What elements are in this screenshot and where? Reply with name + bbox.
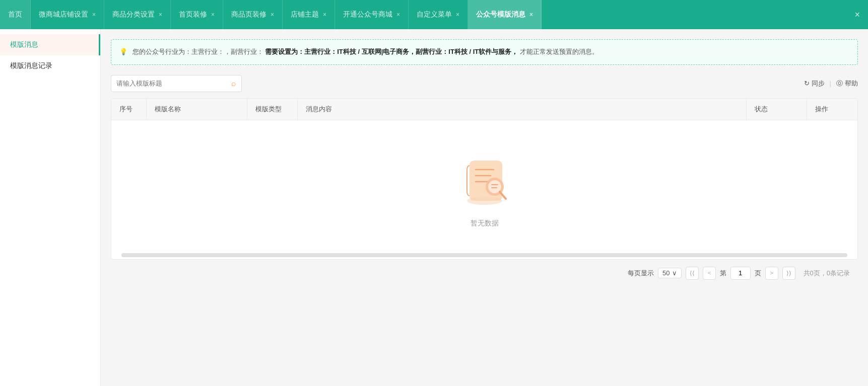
close-tab-template-message[interactable]: × — [529, 11, 533, 18]
total-pages-text: 共0页，0条记录 — [804, 269, 850, 278]
th-type: 模版类型 — [247, 99, 298, 120]
nav-tab-product-decor[interactable]: 商品页装修 × — [223, 0, 283, 29]
nav-tab-category-settings[interactable]: 商品分类设置 × — [104, 0, 171, 29]
notice-box: 💡 您的公众号行业为：主营行业：，副营行业： 需要设置为：主营行业：IT科技 /… — [111, 39, 858, 65]
sync-button[interactable]: ↻ 同步 — [804, 79, 825, 88]
nav-tab-home[interactable]: 首页 — [0, 0, 31, 29]
close-tab-open-wechat-store[interactable]: × — [396, 11, 400, 18]
empty-illustration — [454, 150, 515, 211]
chevron-down-icon: ∨ — [672, 269, 677, 277]
prev-page-button[interactable]: ＜ — [703, 267, 716, 280]
sidebar-item-template-message[interactable]: 模版消息 — [0, 34, 100, 55]
help-icon: ⓪ — [836, 79, 843, 88]
first-page-button[interactable]: ⟨⟨ — [686, 267, 699, 280]
page-size-select[interactable]: 50 ∨ — [658, 268, 681, 278]
last-page-button[interactable]: ⟩⟩ — [782, 267, 795, 280]
template-table: 序号 模版名称 模版类型 消息内容 状态 操作 — [111, 98, 858, 260]
nav-tab-template-message[interactable]: 公众号模版消息 × — [468, 0, 542, 29]
bulb-icon: 💡 — [119, 48, 127, 55]
horizontal-scrollbar[interactable] — [111, 248, 857, 259]
main-layout: 模版消息 模版消息记录 💡 您的公众号行业为：主营行业：，副营行业： 需要设置为… — [0, 29, 868, 386]
th-name: 模版名称 — [147, 99, 247, 120]
table-header: 序号 模版名称 模版类型 消息内容 状态 操作 — [111, 99, 857, 120]
sidebar: 模版消息 模版消息记录 — [0, 29, 101, 386]
next-page-button[interactable]: ＞ — [765, 267, 778, 280]
search-input-wrap[interactable]: ⌕ — [111, 75, 242, 92]
scrollbar-track[interactable] — [121, 253, 847, 257]
close-tab-store-settings[interactable]: × — [92, 11, 96, 18]
sync-icon: ↻ — [804, 80, 810, 87]
help-button[interactable]: ⓪ 帮助 — [836, 79, 858, 88]
sidebar-item-template-message-record[interactable]: 模版消息记录 — [0, 55, 100, 76]
current-page-input[interactable] — [730, 267, 751, 280]
th-content: 消息内容 — [298, 99, 747, 120]
close-tab-homepage-decor[interactable]: × — [211, 11, 215, 18]
search-actions: ↻ 同步 | ⓪ 帮助 — [804, 79, 858, 88]
th-status: 状态 — [747, 99, 807, 120]
page-unit: 页 — [755, 269, 761, 278]
search-icon[interactable]: ⌕ — [231, 79, 236, 88]
nav-tab-open-wechat-store[interactable]: 开通公众号商城 × — [335, 0, 409, 29]
nav-tab-custom-menu[interactable]: 自定义菜单 × — [409, 0, 468, 29]
divider: | — [830, 80, 831, 87]
nav-tab-store-theme[interactable]: 店铺主题 × — [283, 0, 335, 29]
page-label: 第 — [720, 269, 726, 278]
nav-tab-store-settings[interactable]: 微商城店铺设置 × — [31, 0, 104, 29]
close-tab-product-decor[interactable]: × — [271, 11, 274, 18]
empty-state: 暂无数据 — [111, 120, 857, 248]
top-navigation: 首页 微商城店铺设置 × 商品分类设置 × 首页装修 × 商品页装修 × 店铺主… — [0, 0, 868, 29]
page-size-label: 每页显示 — [628, 269, 654, 278]
pagination: 每页显示 50 ∨ ⟨⟨ ＜ 第 页 ＞ ⟩⟩ 共0页，0条记录 — [111, 260, 858, 287]
empty-text: 暂无数据 — [471, 219, 499, 228]
close-tab-store-theme[interactable]: × — [323, 11, 326, 18]
th-seq: 序号 — [111, 99, 147, 120]
search-input[interactable] — [116, 80, 231, 87]
close-tab-category-settings[interactable]: × — [159, 11, 162, 18]
close-all-tabs-button[interactable]: × — [846, 10, 868, 20]
nav-tab-homepage-decor[interactable]: 首页装修 × — [171, 0, 223, 29]
th-action: 操作 — [807, 99, 857, 120]
content-area: 💡 您的公众号行业为：主营行业：，副营行业： 需要设置为：主营行业：IT科技 /… — [101, 29, 868, 386]
close-tab-custom-menu[interactable]: × — [456, 11, 459, 18]
search-bar: ⌕ ↻ 同步 | ⓪ 帮助 — [111, 75, 858, 92]
